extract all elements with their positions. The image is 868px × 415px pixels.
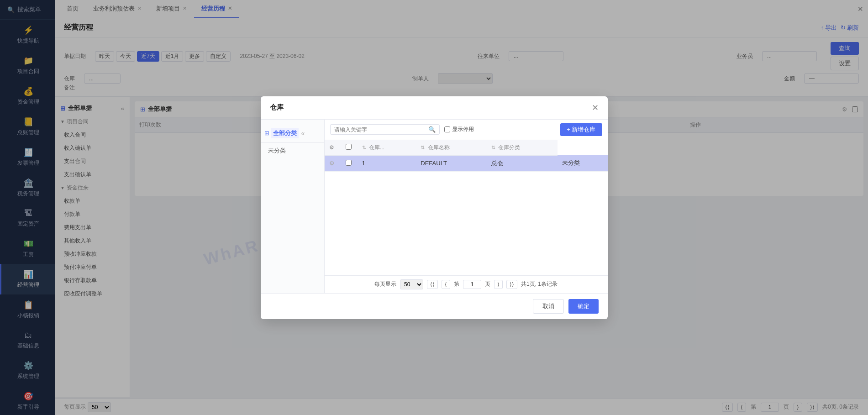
show-disabled-checkbox[interactable] xyxy=(444,126,450,132)
category-unclassified[interactable]: 未分类 xyxy=(261,143,324,158)
prev-page-button[interactable]: ⟨ xyxy=(442,280,450,289)
col-label2: 仓库名称 xyxy=(428,144,450,151)
gear-icon: ⚙ xyxy=(329,144,334,151)
last-page-button[interactable]: ⟩⟩ xyxy=(506,280,517,289)
next-page-button[interactable]: ⟩ xyxy=(494,280,503,289)
row-category: 未分类 xyxy=(558,155,608,171)
th-warehouse-code[interactable]: ⇅ 仓库... xyxy=(358,140,416,156)
modal-category-panel: ⊞ 全部分类 « 未分类 xyxy=(261,120,325,293)
row-name: 总仓 xyxy=(487,155,558,171)
modal-header: 仓库 ✕ xyxy=(261,96,608,120)
modal-footer: 取消 确定 xyxy=(261,293,608,319)
modal-title: 仓库 xyxy=(270,103,284,112)
page-label: 页 xyxy=(485,280,490,288)
th-checkbox xyxy=(341,140,358,156)
category-all[interactable]: 全部分类 xyxy=(271,128,299,138)
add-warehouse-button[interactable]: + 新增仓库 xyxy=(560,123,602,136)
show-disabled-label: 显示停用 xyxy=(452,126,474,133)
row-gear-icon: ⚙ xyxy=(329,160,335,167)
select-all-modal-checkbox[interactable] xyxy=(346,144,352,150)
modal-search-input[interactable] xyxy=(334,126,426,133)
th-gear: ⚙ xyxy=(325,140,341,156)
table-row[interactable]: ⚙ 1 DEFAULT 总仓 未分类 xyxy=(325,155,608,171)
page-go-label: 第 xyxy=(454,280,459,288)
modal-search-box[interactable]: 🔍 xyxy=(330,124,440,135)
row-seq: 1 xyxy=(358,155,416,171)
row-gear: ⚙ xyxy=(325,155,341,171)
sort-icon2: ⇅ xyxy=(421,145,425,150)
modal-body: ⊞ 全部分类 « 未分类 🔍 显示停用 + 新增仓库 xyxy=(261,120,608,293)
warehouse-modal: 仓库 ✕ ⊞ 全部分类 « 未分类 🔍 显示停用 + xyxy=(261,96,608,319)
modal-toolbar: 🔍 显示停用 + 新增仓库 xyxy=(325,120,608,140)
row-select-checkbox[interactable] xyxy=(346,160,352,166)
confirm-button[interactable]: 确定 xyxy=(568,299,599,314)
modal-pagination: 每页显示 50 10 20 100 ⟨⟨ ⟨ 第 页 ⟩ ⟩⟩ 共1页, 1条记… xyxy=(325,275,608,293)
modal-search-icon[interactable]: 🔍 xyxy=(428,126,436,133)
th-warehouse-category[interactable]: ⇅ 仓库分类 xyxy=(487,140,558,156)
modal-close-button[interactable]: ✕ xyxy=(592,103,599,113)
show-disabled-checkbox-label[interactable]: 显示停用 xyxy=(444,126,474,133)
row-code: DEFAULT xyxy=(416,155,487,171)
per-page-select[interactable]: 50 10 20 100 xyxy=(400,279,423,289)
row-checkbox xyxy=(341,155,358,171)
col-label3: 仓库分类 xyxy=(498,144,520,151)
total-label: 共1页, 1条记录 xyxy=(521,280,558,288)
modal-table: ⚙ ⇅ 仓库... ⇅ 仓库名称 ⇅ xyxy=(325,140,608,275)
sort-icon: ⇅ xyxy=(362,145,366,150)
cancel-button[interactable]: 取消 xyxy=(533,299,564,314)
first-page-button[interactable]: ⟨⟨ xyxy=(427,280,438,289)
category-grid-icon: ⊞ xyxy=(264,130,269,137)
per-page-label: 每页显示 xyxy=(374,280,396,288)
col-label: 仓库... xyxy=(369,144,384,151)
modal-right-panel: 🔍 显示停用 + 新增仓库 ⚙ ⇅ 仓库 xyxy=(325,120,608,293)
modal-collapse-icon[interactable]: « xyxy=(299,126,308,141)
th-warehouse-name[interactable]: ⇅ 仓库名称 xyxy=(416,140,487,156)
page-number-input[interactable] xyxy=(463,280,481,289)
sort-icon3: ⇅ xyxy=(491,145,495,150)
